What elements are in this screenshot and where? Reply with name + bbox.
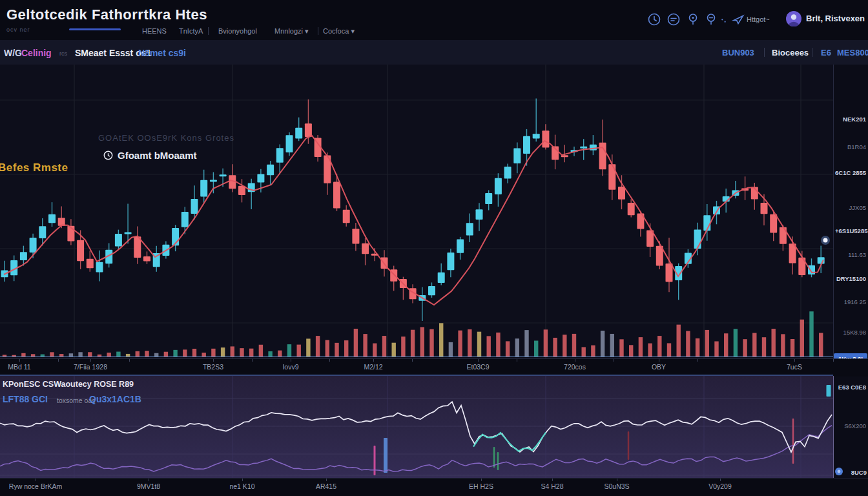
- axis-tick: [478, 359, 479, 362]
- price-axis-label: 111.63: [835, 251, 866, 258]
- axis-tick: [833, 359, 834, 362]
- panel-time-axis-label: AR415: [316, 482, 336, 490]
- location-icon[interactable]: [704, 12, 718, 26]
- axis-tick: [412, 359, 413, 362]
- menu-item-heens[interactable]: HEENS: [142, 27, 167, 35]
- toolbar-item-bioceees[interactable]: Bioceees: [772, 48, 809, 57]
- axis-tick: [552, 479, 553, 481]
- toolbar-item-e6[interactable]: E6: [821, 48, 831, 57]
- panel-indicator-value[interactable]: Qu3x1AC1B: [89, 394, 141, 404]
- app-subtitle: ocv ner: [6, 26, 30, 33]
- panel-time-axis-label: EH H2S: [469, 482, 493, 490]
- price-axis-label: DRY15100: [835, 275, 866, 282]
- time-axis-label: TB2S3: [203, 363, 223, 371]
- axis-tick: [617, 479, 617, 481]
- chart-side-label: Befes Rmste: [0, 161, 68, 174]
- title-underline-accent: [69, 28, 121, 30]
- time-axis-label: M2/12: [364, 363, 382, 371]
- instrument-alt-label: N8met cs9i: [138, 48, 186, 58]
- axis-tick: [242, 479, 243, 481]
- axis-tick: [329, 359, 330, 362]
- menu-item-mnnlogzi[interactable]: Mnnlogzi ▾: [274, 27, 309, 36]
- axis-tick: [575, 359, 575, 362]
- axis-tick: [614, 359, 614, 362]
- axis-tick: [149, 479, 149, 481]
- axis-tick: [720, 479, 721, 481]
- axis-tick: [794, 359, 795, 362]
- toolbar-item-bun903[interactable]: BUN903: [722, 48, 754, 57]
- time-axis-label: OBY: [652, 363, 666, 371]
- pin-icon[interactable]: [686, 12, 700, 26]
- symbol-tag: rcs: [59, 50, 67, 57]
- avatar-image[interactable]: [785, 10, 802, 27]
- clock-icon: [103, 150, 118, 161]
- time-axis-label: 7/Fiia 1928: [74, 363, 107, 371]
- symbol-alt-label[interactable]: Celinig: [21, 48, 52, 58]
- price-axis-label: +6S1U5285: [835, 227, 866, 234]
- menu-item-bvionyohgol[interactable]: Bvionyohgol: [218, 27, 257, 35]
- panel-title: KPonESC CSWaoutecy ROSE R89: [3, 380, 134, 389]
- panel-indicator-name[interactable]: LFT88 GCI: [3, 394, 48, 404]
- toolbar-separator: [812, 48, 812, 57]
- menu-item-tnictya[interactable]: TnIctyA: [179, 27, 203, 35]
- time-axis-label: 720cos: [564, 363, 586, 371]
- send-icon[interactable]: [731, 12, 745, 26]
- time-axis-label: Et03C9: [466, 363, 489, 371]
- axis-tick: [517, 359, 517, 362]
- axis-tick: [213, 359, 214, 362]
- price-axis-label: NEK201: [835, 116, 866, 123]
- panel-axis-divider: [833, 376, 834, 478]
- clock-icon[interactable]: [647, 12, 661, 26]
- price-axis-column[interactable]: [833, 65, 868, 478]
- axis-tick: [698, 359, 698, 362]
- axis-tick: [326, 479, 327, 481]
- panel-time-axis-label: Ryw noce BrKAm: [9, 482, 62, 490]
- axis-tick: [90, 359, 91, 362]
- indicator-panel-canvas[interactable]: [0, 376, 833, 478]
- symbol-label[interactable]: W/G: [4, 48, 22, 58]
- panel-time-axis-label: V0y209: [708, 482, 732, 490]
- price-axis-label: 15K8.98: [835, 329, 866, 336]
- price-axis-label: JJX05: [835, 204, 866, 211]
- chart-overlay-label: Gfoamt bMoaamt: [103, 149, 197, 161]
- panel-axis-label: 8UC9: [843, 469, 867, 476]
- dots-icon[interactable]: [720, 17, 728, 25]
- menu-separator: [318, 27, 318, 35]
- chart-overlay-label-text: Gfoamt bMoaamt: [118, 150, 197, 161]
- panel-axis-label: E63 C0E8: [835, 384, 866, 391]
- panel-time-axis-label: S0uN3S: [604, 482, 629, 490]
- chart-watermark: GOAtEK OOsE9rK Kons Grotes: [98, 133, 234, 143]
- axis-tick: [291, 359, 291, 362]
- main-time-axis[interactable]: [0, 358, 868, 377]
- panel-marker-dot: [834, 467, 843, 476]
- menu-item-cocfoca[interactable]: Cocfoca ▾: [323, 27, 355, 36]
- axis-tick: [129, 359, 130, 362]
- main-chart-canvas[interactable]: [0, 65, 833, 358]
- price-axis-label: 1916 25: [835, 298, 866, 305]
- axis-tick: [19, 359, 20, 362]
- menu-separator: [208, 27, 209, 35]
- axis-tick: [36, 479, 36, 481]
- axis-tick: [659, 359, 659, 362]
- time-axis-label: MBd 11: [8, 363, 30, 371]
- axis-tick: [373, 359, 374, 362]
- panel-time-axis-label: 9MV1t8: [137, 482, 160, 490]
- axis-tick: [252, 359, 253, 362]
- panel-time-axis-label: S4 H28: [541, 482, 563, 490]
- app-title: Geltotcedik Fathorrtkra Htes: [6, 6, 207, 23]
- panel-time-axis-label: ne1 K10: [229, 482, 254, 490]
- panel-axis-label: S6X200: [835, 422, 866, 429]
- price-axis-label: 6C1C 2855: [835, 169, 866, 176]
- toolbar-item-mes800[interactable]: MES800: [837, 48, 868, 57]
- time-axis-label: Iovv9: [282, 363, 298, 371]
- panel-time-axis[interactable]: [0, 478, 868, 496]
- app-root: Geltotcedik Fathorrtkra Htes ocv ner HEE…: [0, 0, 868, 496]
- user-name[interactable]: Brlt, Ristvexen: [806, 14, 865, 23]
- axis-tick: [58, 359, 59, 362]
- header-right-text: Httgot~: [747, 16, 770, 23]
- price-axis-label: B1R04: [835, 143, 866, 150]
- time-axis-label: 7ucS: [787, 363, 802, 371]
- axis-tick: [481, 479, 482, 481]
- toolbar-separator: [764, 48, 765, 57]
- chat-icon[interactable]: [666, 12, 681, 26]
